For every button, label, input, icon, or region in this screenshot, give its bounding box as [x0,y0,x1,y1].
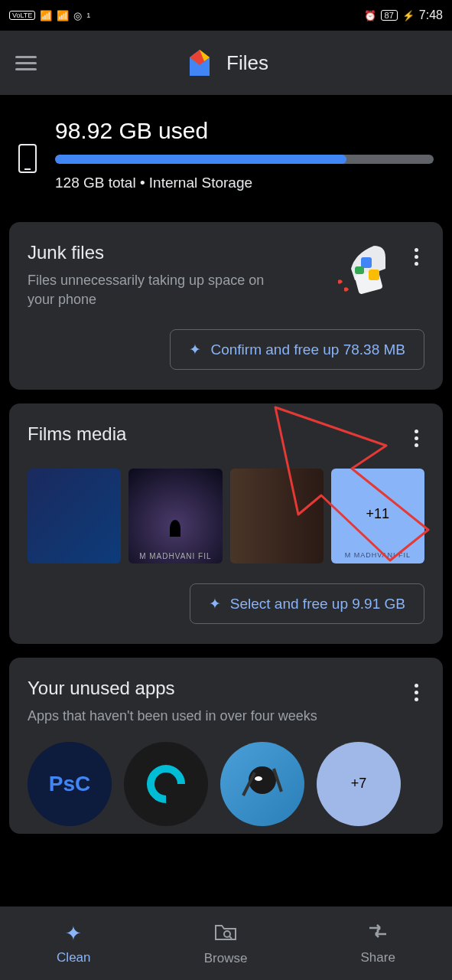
svg-rect-4 [369,270,379,280]
alarm-icon: ⏰ [364,10,376,21]
nav-browse-label: Browse [204,951,248,966]
app-title: Files [226,51,268,75]
battery-indicator: 87 [381,10,398,21]
thumb2-label: M MADHVANI FIL [128,552,222,560]
svg-rect-0 [19,145,36,172]
phone-icon [18,144,37,176]
svg-rect-3 [361,257,372,268]
svg-rect-1 [24,168,31,170]
svg-rect-5 [355,266,364,274]
sparkle-icon: ✦ [65,922,82,946]
app-header: Files [0,31,452,95]
status-bar: VoLTE 📶 📶 ◎ 1 ⏰ 87 ⚡ 7:48 [0,0,452,31]
junk-subtitle: Files unnecessarily taking up space on y… [28,271,272,309]
bottom-nav: ✦ Clean Browse Share [0,906,452,980]
nav-clean[interactable]: ✦ Clean [57,922,90,965]
signal-icon: 📶 [57,10,69,21]
files-app-icon [184,47,216,79]
app1-label: PsC [49,772,90,796]
hotspot-icon: ◎ [73,10,82,21]
unused-app-1[interactable]: PsC [28,742,112,826]
films-title: Films media [28,423,126,445]
storage-section: 98.92 GB used 128 GB total • Internal St… [0,95,452,222]
select-free-button[interactable]: ✦ Select and free up 9.91 GB [190,583,424,624]
unused-subtitle: Apps that haven't been used in over four… [28,707,317,726]
sparkle-icon: ✦ [189,341,201,358]
brush-icon [332,242,401,303]
select-button-label: Select and free up 9.91 GB [230,596,405,612]
svg-point-6 [249,766,276,794]
app-more-count: +7 [351,776,367,792]
storage-progress-bar [55,155,434,164]
film-thumbnail-3[interactable] [230,469,324,564]
junk-title: Junk files [28,242,332,263]
svg-line-9 [229,936,232,939]
films-media-card: Films media M MADHVANI FIL +11 M MADHVAN… [9,403,443,644]
film-thumbnail-2[interactable]: M MADHVANI FIL [128,469,222,564]
unused-app-3[interactable] [220,742,304,826]
junk-more-button[interactable] [408,242,424,309]
thumb4-label: M MADHVANI FIL [345,551,411,559]
sparkle-icon: ✦ [209,595,221,612]
storage-progress-fill [55,155,346,164]
volte-badge: VoLTE [9,11,35,20]
nav-browse[interactable]: Browse [204,921,248,966]
confirm-free-button[interactable]: ✦ Confirm and free up 78.38 MB [170,329,424,370]
films-more-button[interactable] [408,423,424,453]
hotspot-count: 1 [86,11,90,19]
film-thumbnail-more[interactable]: +11 M MADHVANI FIL [331,469,424,564]
menu-button[interactable] [15,56,37,70]
unused-app-more[interactable]: +7 [317,742,401,826]
unused-app-2[interactable] [124,742,208,826]
storage-total-text: 128 GB total • Internal Storage [55,175,434,191]
unused-more-button[interactable] [408,678,424,707]
svg-point-7 [255,776,262,781]
folder-search-icon [214,921,237,946]
nav-share-label: Share [361,950,395,965]
signal-4g-icon: 📶 [40,10,52,21]
junk-files-card: Junk files Files unnecessarily taking up… [9,222,443,390]
nav-clean-label: Clean [57,950,90,965]
unused-apps-card: Your unused apps Apps that haven't been … [9,658,443,833]
confirm-button-label: Confirm and free up 78.38 MB [210,341,405,358]
share-icon [366,922,389,946]
film-thumbnail-1[interactable] [28,469,121,564]
film-more-count: +11 [366,507,390,523]
svg-point-8 [224,931,230,937]
nav-share[interactable]: Share [361,922,395,965]
storage-used-text: 98.92 GB used [55,118,434,144]
charging-icon: ⚡ [402,10,415,21]
clock-time: 7:48 [419,8,443,22]
unused-title: Your unused apps [28,678,317,699]
